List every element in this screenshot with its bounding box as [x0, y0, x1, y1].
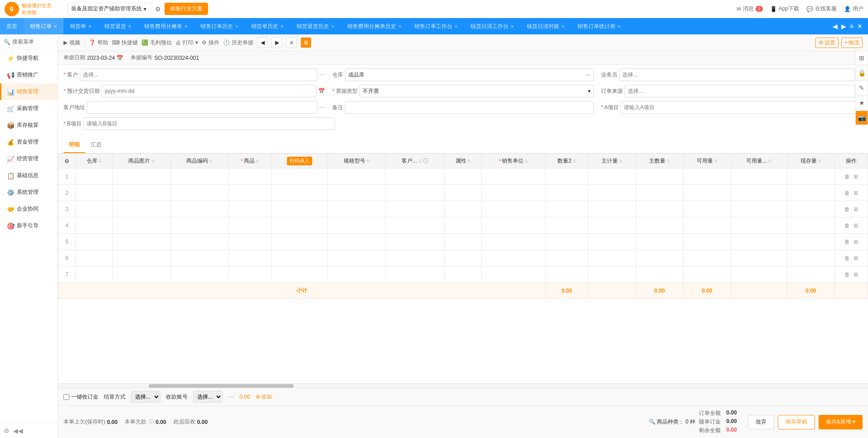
row-5-delete-icon[interactable]: 🗑	[844, 239, 850, 245]
col-available2[interactable]: 可用量...⇅	[731, 154, 787, 168]
col-customer-code[interactable]: 客户...⇅ ⓘ	[385, 154, 444, 168]
row-4-available[interactable]	[684, 217, 731, 234]
customer-more-btn[interactable]: ···	[319, 71, 325, 79]
row-6-spec[interactable]	[328, 250, 386, 266]
row-7-available[interactable]	[684, 266, 731, 283]
row-7-available2[interactable]	[731, 266, 787, 283]
row-7-main-qty[interactable]	[636, 266, 684, 283]
row-4-customer-code[interactable]	[385, 217, 444, 234]
salesperson-input[interactable]	[619, 68, 855, 81]
row-7-qty2[interactable]	[545, 266, 588, 283]
toolbar-next-btn[interactable]: ▶	[272, 37, 282, 48]
user-profile-button[interactable]: 👤 用户	[844, 5, 863, 13]
customer-address-input[interactable]	[87, 101, 317, 114]
row-2-spec[interactable]	[328, 185, 386, 201]
row-3-main-qty[interactable]	[636, 201, 684, 217]
tab-daily-reconcile[interactable]: 钱货日清对账 ✕	[520, 18, 571, 34]
toolbar-print[interactable]: 🖨 打印 ▾	[175, 39, 198, 47]
toolbar-list-view-btn[interactable]: ≡	[286, 37, 297, 48]
online-support-button[interactable]: 💬 在线客服	[806, 5, 837, 13]
a-project-input[interactable]	[621, 101, 863, 114]
row-5-main-unit[interactable]	[588, 234, 636, 250]
row-7-current-stock[interactable]	[787, 266, 834, 283]
toolbar-shortcut[interactable]: ⌨ 快捷键	[112, 39, 138, 47]
row-2-customer-code[interactable]	[385, 185, 444, 201]
invoice-type-select[interactable]: 不开票 ▾	[359, 85, 594, 97]
row-1-available2[interactable]	[731, 168, 787, 185]
b-project-input[interactable]	[83, 117, 335, 130]
row-7-delete-icon[interactable]: 🗑	[844, 271, 850, 278]
col-main-qty[interactable]: 主数量⇅	[636, 154, 684, 168]
row-3-product[interactable]	[228, 201, 272, 217]
row-4-copy-icon[interactable]: ⊞	[853, 222, 858, 229]
toolbar-grid-view-btn[interactable]: ⊞	[301, 37, 311, 48]
tab-invoice-history[interactable]: 销货单历史 ✕	[245, 18, 290, 34]
row-5-current-stock[interactable]	[787, 234, 834, 250]
row-4-current-stock[interactable]	[787, 217, 834, 234]
sidebar-item-marketing[interactable]: 📢 营销推广	[0, 67, 58, 83]
warehouse-select[interactable]: 成品库 ···	[345, 68, 594, 81]
row-4-product-code[interactable]	[170, 217, 228, 234]
right-icon-1[interactable]: ⊞	[855, 51, 868, 65]
row-6-warehouse[interactable]	[76, 250, 113, 266]
row-1-delete-icon[interactable]: 🗑	[844, 173, 850, 180]
right-icon-2[interactable]: 🔒	[855, 66, 868, 80]
payment-method-select[interactable]: 选择...	[131, 391, 160, 403]
row-1-available[interactable]	[684, 168, 731, 185]
tab-return-history[interactable]: 销货退货历史 ✕	[290, 18, 341, 34]
row-1-copy-icon[interactable]: ⊞	[853, 173, 858, 180]
row-1-current-stock[interactable]	[787, 168, 834, 185]
print-dropdown-icon[interactable]: ▾	[195, 39, 198, 46]
row-5-customer-code[interactable]	[385, 234, 444, 250]
row-2-current-stock[interactable]	[787, 185, 834, 201]
row-1-unit[interactable]	[482, 168, 545, 185]
tab-sales-order-history[interactable]: 销售订单历史 ✕	[194, 18, 245, 34]
row-7-spec[interactable]	[328, 266, 386, 283]
trial-button[interactable]: 体验行业方案	[165, 3, 208, 15]
row-6-attribute[interactable]	[445, 250, 482, 266]
row-6-delete-icon[interactable]: 🗑	[844, 255, 850, 261]
toolbar-history[interactable]: 🕐 历史单据	[223, 39, 253, 47]
col-qty2[interactable]: 数量2⇅	[545, 154, 588, 168]
row-3-spec[interactable]	[328, 201, 386, 217]
row-4-delete-icon[interactable]: 🗑	[844, 222, 850, 229]
tab-more-arrow[interactable]: ≡	[848, 23, 855, 30]
row-5-product-image[interactable]	[113, 234, 171, 250]
row-5-available[interactable]	[684, 234, 731, 250]
close-tab-sales-invoice[interactable]: ✕	[88, 24, 92, 29]
row-4-main-qty[interactable]	[636, 217, 684, 234]
delivery-date-input[interactable]	[102, 85, 316, 97]
row-6-unit[interactable]	[482, 250, 545, 266]
toolbar-operation[interactable]: ⚙ 操作	[202, 39, 219, 47]
sidebar-item-purchase[interactable]: 🛒 采购管理	[0, 100, 58, 117]
row-6-product-code[interactable]	[170, 250, 228, 266]
one-click-checkbox-input[interactable]	[63, 394, 69, 400]
discard-button[interactable]: 放弃	[748, 415, 774, 429]
bank-account-more-btn[interactable]: ···	[228, 393, 234, 401]
add-button[interactable]: ⊕ 添加	[256, 393, 272, 401]
row-6-qty2[interactable]	[545, 250, 588, 266]
row-6-current-stock[interactable]	[787, 250, 834, 266]
one-click-checkbox[interactable]: 一键收订金	[63, 393, 98, 401]
right-icon-5[interactable]: 📷	[855, 111, 868, 125]
notes-input[interactable]	[345, 101, 594, 114]
row-1-main-unit[interactable]	[588, 168, 636, 185]
tab-expense-history[interactable]: 销售费用分摊单历史 ✕	[341, 18, 408, 34]
tab-prev-arrow[interactable]: ◀	[831, 23, 839, 30]
close-tab-sales-return[interactable]: ✕	[128, 24, 131, 29]
row-6-main-unit[interactable]	[588, 250, 636, 266]
row-7-unit[interactable]	[482, 266, 545, 283]
scan-btn[interactable]: 扫码录入	[287, 157, 312, 165]
row-7-customer-code[interactable]	[385, 266, 444, 283]
row-2-product-image[interactable]	[113, 185, 171, 201]
save-new-button[interactable]: 保存&新增 ▾	[819, 415, 863, 429]
row-3-product-image[interactable]	[113, 201, 171, 217]
row-6-main-qty[interactable]	[636, 250, 684, 266]
row-7-product[interactable]	[228, 266, 272, 283]
col-available[interactable]: 可用量⇅	[684, 154, 731, 168]
close-tab-sales-expense[interactable]: ✕	[184, 24, 188, 29]
row-3-qty2[interactable]	[545, 201, 588, 217]
row-6-available[interactable]	[684, 250, 731, 266]
row-7-copy-icon[interactable]: ⊞	[853, 271, 858, 278]
sidebar-item-enterprise[interactable]: 🤝 企业协同	[0, 201, 58, 217]
